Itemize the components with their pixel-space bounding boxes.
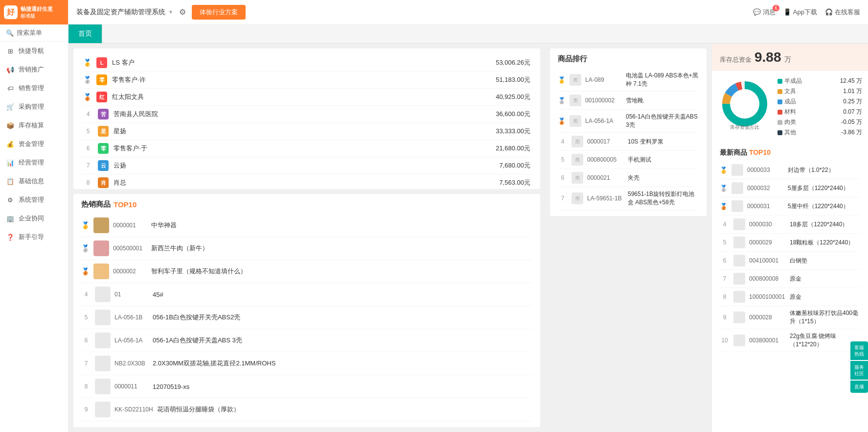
logo-icon: 好 — [4, 5, 18, 19]
product-code: LA-056-1A — [114, 337, 149, 344]
sidebar-item-basic[interactable]: 📋基础信息 — [0, 172, 68, 191]
customer-name: 红太阳文具 — [112, 93, 491, 101]
customer-row-3: 🥉 红 红太阳文具 40,925.00元 — [81, 89, 532, 106]
product-code: LA-056-1B — [114, 314, 149, 321]
legend-name: 成品 — [784, 97, 796, 106]
product-code: 0000031 — [747, 203, 784, 210]
sidebar-item-enterprise[interactable]: 🏢企业协同 — [0, 209, 68, 228]
product-code: 01 — [114, 291, 149, 298]
customer-row-7: 7 云 云扬 7,680.00元 — [81, 157, 532, 174]
legend-value: -0.05 万 — [841, 118, 862, 126]
nav-icon-finance: 💰 — [6, 140, 15, 148]
product-name: 夹壳 — [628, 174, 699, 182]
sidebar: 好 畅捷通好生意 标准版 🔍 搜索菜单 ⊞快捷导航📢营销推广🏷销售管理🛒采购管理… — [0, 0, 69, 432]
sidebar-item-finance[interactable]: 💰资金管理 — [0, 135, 68, 153]
rank-badge: 红 — [96, 92, 107, 102]
product-thumb — [731, 164, 743, 176]
hot-product-row-4: 4 01 45# — [81, 283, 532, 306]
legend-name: 材料 — [784, 108, 796, 116]
product-thumb: 图 — [570, 115, 581, 127]
logo-text: 畅捷通好生意 标准版 — [21, 5, 53, 19]
float-community[interactable]: 服务 社区 — [850, 361, 868, 380]
system-name: 装备及固定资产辅助管理系统 ▼ — [76, 8, 173, 17]
product-thumb: 图 — [571, 192, 583, 204]
notification-icon: 💬 — [753, 8, 761, 16]
product-name: 45# — [153, 291, 532, 298]
product-name: 59651-1B旋转投影灯电池盒 ABS黑色+58壳 — [628, 190, 699, 207]
new-product-row-2: 🥈 0000032 5厘多层（1220*2440） — [720, 179, 860, 197]
product-thumb — [731, 200, 743, 212]
new-product-row-9: 9 0000028 体嫩葱枝味苏打饮品400毫升（1*15） — [720, 306, 860, 329]
notifications-button[interactable]: 💬 消息 6 — [753, 8, 776, 17]
main-content: 🥇 L LS 客户 53,006.26元 🥈 零 零售客户·许 51,183.0… — [69, 44, 868, 432]
sidebar-item-guide[interactable]: ❓新手引导 — [0, 228, 68, 246]
sidebar-item-marketing[interactable]: 📢营销推广 — [0, 60, 68, 79]
hot-product-row-5: 5 LA-056-1B 056-1B白色按键开关壳ABS2壳 — [81, 306, 532, 329]
nav-icon-operation: 📊 — [6, 158, 15, 167]
product-thumb — [95, 287, 111, 302]
middle-arrival-row-3: 🥉 图 LA-056-1A 056-1A白色按键开关盖ABS 3壳 — [558, 110, 699, 133]
product-code: NB2.0X30B — [114, 360, 149, 367]
product-code: 0000002 — [113, 268, 147, 275]
product-name: 12070519-xs — [153, 383, 532, 390]
product-code: 0000017 — [587, 138, 624, 145]
trial-button[interactable]: 体验行业方案 — [192, 5, 246, 20]
product-code: 003800001 — [749, 337, 786, 344]
middle-arrivals-title: 商品排行 — [558, 54, 699, 64]
product-thumb: 图 — [571, 172, 583, 184]
product-thumb — [93, 240, 109, 256]
sidebar-item-purchase[interactable]: 🛒采购管理 — [0, 97, 68, 116]
medal-icon: 🥉 — [558, 118, 566, 125]
settings-icon[interactable]: ⚙ — [179, 7, 186, 17]
middle-arrivals-list: 🥇 图 LA-089 电池盖 LA-089 ABS本色+黑种 7.1壳 🥈 图 … — [558, 69, 699, 210]
online-service-button[interactable]: 🎧 在线客服 — [825, 8, 860, 17]
middle-arrivals-section: 商品排行 🥇 图 LA-089 电池盖 LA-089 ABS本色+黑种 7.1壳… — [550, 48, 707, 216]
customer-amount: 51,183.00元 — [496, 75, 530, 84]
medal-icon: 🥇 — [83, 59, 91, 67]
product-thumb — [95, 356, 111, 371]
customer-amount: 7,680.00元 — [499, 161, 530, 170]
product-name: 智利车子里（规格不知道填什么） — [151, 267, 532, 276]
sidebar-item-operation[interactable]: 📊经营管理 — [0, 153, 68, 172]
sidebar-item-system[interactable]: ⚙系统管理 — [0, 191, 68, 209]
new-products-title: 最新商品 TOP10 — [720, 148, 860, 157]
legend-name: 文具 — [784, 87, 796, 96]
legend-dot — [777, 130, 782, 135]
medal-icon: 🥉 — [81, 267, 90, 275]
product-name: 5厘中纤（1220*2440） — [788, 202, 860, 211]
product-thumb — [95, 379, 111, 394]
rank-badge: L — [96, 57, 107, 68]
app-download-button[interactable]: 📱 App下载 — [783, 8, 817, 17]
customer-ranking-table: 🥇 L LS 客户 53,006.26元 🥈 零 零售客户·许 51,183.0… — [81, 54, 532, 189]
product-name: 中华神器 — [151, 221, 532, 230]
medal-icon: 🥈 — [83, 76, 91, 84]
product-name: 原金 — [790, 275, 860, 283]
legend-item: 肉类 -0.05 万 — [777, 118, 862, 126]
middle-arrival-row-1: 🥇 图 LA-089 电池盖 LA-089 ABS本色+黑种 7.1壳 — [558, 69, 699, 92]
product-name: 手机测试 — [628, 156, 699, 164]
float-live[interactable]: 直播 — [850, 381, 868, 393]
float-customer-service[interactable]: 客服 热线 — [850, 341, 868, 360]
legend-value: -3.86 万 — [841, 128, 862, 137]
inventory-header: 库存总资金 9.88 万 — [712, 44, 868, 71]
hot-product-row-8: 8 0000011 12070519-xs — [81, 375, 532, 398]
product-code: 0000011 — [114, 383, 149, 390]
product-code: LA-59651-1B — [587, 195, 624, 202]
product-name: 5厘多层（1220*2440） — [788, 184, 860, 192]
customer-amount: 36,600.00元 — [496, 110, 530, 119]
nav-icon-sales: 🏷 — [6, 84, 15, 93]
sidebar-nav: ⊞快捷导航📢营销推广🏷销售管理🛒采购管理📦库存核算💰资金管理📊经营管理📋基础信息… — [0, 42, 68, 246]
product-thumb — [733, 312, 745, 323]
product-code: 0000028 — [749, 314, 786, 321]
sidebar-item-sales[interactable]: 🏷销售管理 — [0, 79, 68, 97]
product-thumb — [733, 273, 745, 285]
sidebar-item-quick-nav[interactable]: ⊞快捷导航 — [0, 42, 68, 60]
new-product-row-10: 10 003800001 22g鱼豆腐·烧烤味（1*12*20） — [720, 329, 860, 352]
search-menu[interactable]: 🔍 搜索菜单 — [0, 24, 68, 42]
nav-icon-purchase: 🛒 — [6, 102, 15, 111]
sidebar-item-inventory[interactable]: 📦库存核算 — [0, 116, 68, 135]
inventory-legend: 半成品 12.45 万 文具 1.01 万 成品 0.25 万 材料 0.07 … — [777, 77, 862, 137]
new-product-row-3: 🥉 0000031 5厘中纤（1220*2440） — [720, 197, 860, 216]
tab-home[interactable]: 首页 — [69, 24, 102, 43]
customer-name: 零售客户·于 — [114, 144, 491, 153]
